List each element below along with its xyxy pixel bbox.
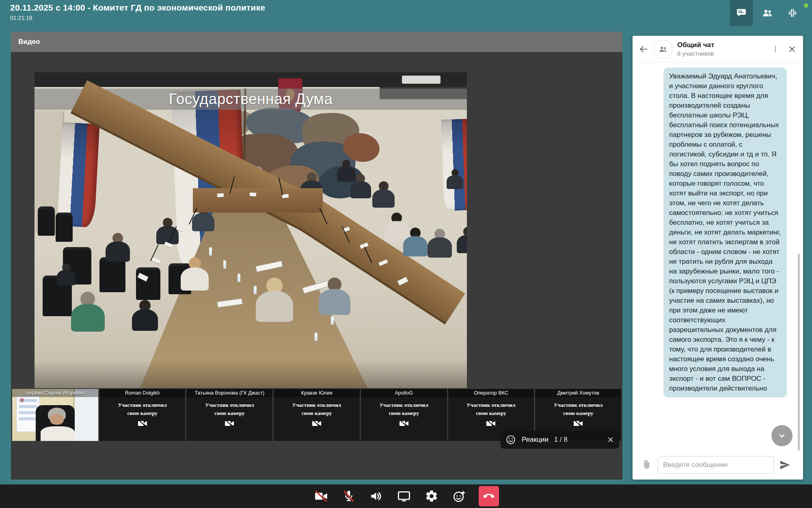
participant-tile[interactable]: Кравзе Юлия Участник отключил свою камер…: [274, 389, 360, 441]
screen-share-button[interactable]: [396, 488, 412, 504]
send-button[interactable]: [779, 459, 791, 471]
reactions-overlay: Реакции 1 / 8: [501, 431, 619, 449]
chat-icon: [736, 8, 747, 18]
collapse-button[interactable]: [781, 0, 804, 26]
participant-name: Берлин Сергей Игоревич: [12, 389, 98, 397]
table-surface: [193, 188, 323, 213]
smiley-icon[interactable]: [505, 434, 516, 445]
hang-up-button[interactable]: [479, 486, 499, 506]
vent-figure: [402, 76, 441, 84]
mic-off-icon: [342, 489, 356, 503]
gear-icon: [425, 489, 438, 503]
volume-button[interactable]: [368, 488, 384, 504]
person-figure: [156, 218, 179, 244]
participant-name: Кравзе Юлия: [274, 389, 360, 397]
hang-up-icon: [482, 490, 495, 503]
chair-figure: [136, 267, 160, 300]
paper-figure: [151, 257, 161, 264]
bottle-figure: [223, 260, 226, 269]
camera-off-text: Участник отключил свою камеру: [274, 401, 360, 417]
paperclip-icon: [641, 460, 652, 470]
participants-button[interactable]: [756, 0, 779, 26]
participant-tile[interactable]: ApolloG Участник отключил свою камеру: [361, 389, 447, 441]
chat-toggle-button[interactable]: [730, 0, 753, 26]
camera-off-text: Участник отключил свою камеру: [99, 401, 186, 417]
status-dot: [804, 3, 808, 8]
participant-name: ApolloG: [361, 389, 447, 397]
person-figure: [372, 181, 395, 208]
settings-button[interactable]: [423, 488, 440, 504]
chat-footer: [633, 450, 803, 480]
reactions-button[interactable]: [451, 488, 467, 504]
camera-off-text: Участник отключил свою камеру: [535, 401, 621, 417]
chevron-down-icon: [777, 431, 787, 441]
vignette: [35, 360, 467, 388]
back-icon: [638, 44, 649, 54]
chat-close-button[interactable]: [788, 45, 797, 54]
person-figure: [106, 233, 130, 261]
smiley-plus-icon: [452, 489, 466, 503]
person-figure: [403, 228, 428, 256]
chat-header: Общий чат 8 участников: [633, 36, 803, 63]
participant-name: Дмитрий Хомутов: [535, 389, 621, 397]
flag-icon: [57, 122, 99, 228]
group-avatar-icon: [658, 44, 668, 54]
conference-window: 20.11.2025 с 14:00 - Комитет ГД по эконо…: [0, 0, 812, 508]
reactions-counter: 1 / 8: [554, 436, 568, 444]
chair-figure: [56, 213, 73, 242]
flag-icon: [441, 119, 467, 211]
bottle-figure: [315, 332, 317, 341]
paper-figure: [250, 193, 256, 197]
camera-off-icon: [312, 420, 322, 427]
camera-off-icon: [225, 420, 234, 427]
person-figure: [181, 257, 209, 290]
camera-off-text: Участник отключил свою камеру: [448, 401, 534, 417]
person-figure: [71, 292, 105, 331]
screen-share-icon: [397, 489, 411, 503]
camera-off-icon: [573, 420, 583, 427]
camera-off-icon: [399, 420, 409, 427]
video-panel-header: Видео: [11, 32, 622, 52]
person-figure: [350, 174, 371, 198]
bottle-figure: [331, 316, 334, 325]
reactions-label: Реакции: [522, 436, 549, 444]
person-figure: [132, 300, 158, 331]
person-figure: [428, 229, 452, 257]
person-figure: [41, 426, 75, 441]
kebab-menu-icon: [771, 45, 780, 53]
participant-name: Татьяна Воронова (ГК Джаст): [186, 389, 272, 397]
participant-tile[interactable]: Roman Dolgikh Участник отключил свою кам…: [99, 389, 186, 441]
group-avatar: [654, 40, 672, 59]
back-button[interactable]: [638, 44, 649, 54]
meeting-timer: 01:21:18: [10, 15, 32, 21]
attach-button[interactable]: [641, 460, 652, 470]
chat-menu-button[interactable]: [769, 43, 782, 56]
chat-message-input[interactable]: [658, 456, 774, 474]
chat-title: Общий чат: [677, 41, 714, 49]
paper-figure: [282, 194, 289, 198]
camera-off-button[interactable]: [313, 488, 329, 504]
mic-off-button[interactable]: [341, 488, 357, 504]
chat-title-block: Общий чат 8 участников: [677, 41, 714, 57]
person-figure: [447, 169, 463, 189]
close-icon: [607, 436, 614, 443]
chair-figure: [99, 257, 125, 292]
participant-tile[interactable]: Татьяна Воронова (ГК Джаст) Участник отк…: [186, 389, 272, 441]
chat-subtitle: 8 участников: [677, 50, 714, 57]
person-figure: [57, 263, 76, 285]
reactions-close-button[interactable]: [607, 436, 614, 443]
control-bar: [0, 484, 812, 508]
scroll-to-bottom-button[interactable]: [771, 425, 793, 446]
chat-message-bubble: Уважаемый Эдуард Анатольевич, и участник…: [663, 67, 787, 397]
bottle-figure: [209, 247, 212, 256]
meeting-title: 20.11.2025 с 14:00 - Комитет ГД по эконо…: [10, 3, 265, 13]
camera-off-icon: [314, 489, 328, 503]
person-figure: [319, 278, 350, 315]
participant-tile[interactable]: Берлин Сергей Игоревич: [12, 389, 98, 441]
chat-scrollbar[interactable]: [798, 254, 800, 450]
participants-icon: [762, 7, 773, 19]
person-figure: [256, 278, 293, 321]
chair-figure: [38, 206, 55, 236]
camera-off-text: Участник отключил свою камеру: [361, 401, 447, 417]
chat-messages[interactable]: Уважаемый Эдуард Анатольевич, и участник…: [633, 63, 803, 450]
